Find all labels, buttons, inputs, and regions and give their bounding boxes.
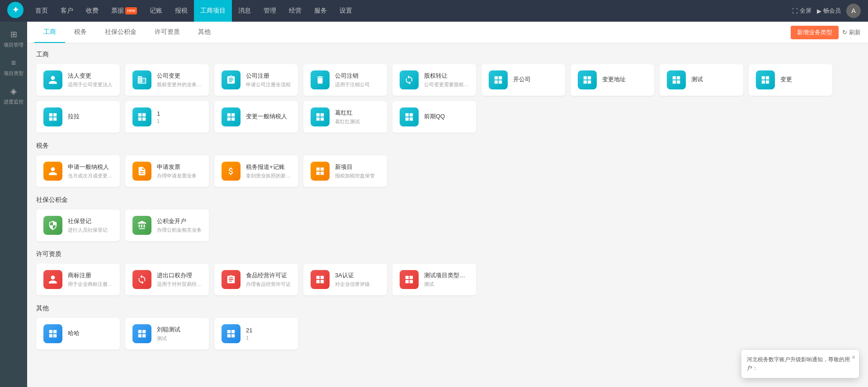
card-公积金开户[interactable]: 公积金开户办理公积金相关业务: [125, 210, 209, 241]
notification-popup: × 河北税务数字账户升级影响通知，尊敬的用户：: [741, 350, 859, 378]
card-测试[interactable]: 测试: [660, 64, 743, 96]
nav-item-首页[interactable]: 首页: [29, 0, 54, 22]
card-desc: 适用于公司变更法人: [68, 81, 113, 88]
card-食品经营许可证[interactable]: 食品经营许可证办理食品经营许可证: [214, 264, 298, 295]
tab-工商[interactable]: 工商: [34, 22, 65, 43]
card-icon: [43, 162, 62, 181]
card-新项目[interactable]: 新项目报税加税控盘保管: [303, 155, 387, 187]
card-1[interactable]: 11: [125, 101, 209, 133]
tab-许可资质[interactable]: 许可资质: [146, 22, 189, 43]
new-type-button[interactable]: 新增业务类型: [791, 26, 839, 39]
tab-社保公积金[interactable]: 社保公积金: [96, 22, 146, 43]
card-desc: 报税加税控盘保管: [335, 173, 380, 179]
card-开公司[interactable]: 开公司: [481, 64, 565, 96]
card-变更一般纳税人[interactable]: 变更一般纳税人: [214, 101, 298, 133]
card-name: 社保登记: [68, 217, 113, 225]
nav-item-记账[interactable]: 记账: [143, 0, 169, 22]
card-name: 测试项目类型自定义: [424, 271, 469, 280]
card-icon: [132, 324, 151, 343]
fullscreen-icon: ⛶: [792, 8, 798, 14]
refresh-button[interactable]: ↻ 刷新: [842, 28, 861, 37]
card-申请发票[interactable]: 申请发票办理申请发票业务: [125, 155, 209, 187]
card-text: 食品经营许可证办理食品经营许可证: [246, 271, 291, 288]
card-desc: 办理食品经营许可证: [246, 281, 291, 288]
card-21[interactable]: 211: [214, 318, 298, 350]
card-icon: [43, 324, 62, 343]
svg-text:✦: ✦: [12, 5, 19, 14]
sidebar-label: 项目类型: [4, 70, 24, 77]
nav-right: ⛶ 全屏 ▶ 畅会员 A: [792, 4, 861, 18]
card-变更[interactable]: 变更: [749, 64, 832, 96]
card-税务报道+记账[interactable]: 税务报道+记账拿到营业执照的新公司: [214, 155, 298, 187]
card-icon: [756, 70, 775, 89]
nav-item-设置[interactable]: 设置: [333, 0, 359, 22]
card-desc: 适用于对外贸易经营者: [157, 281, 202, 288]
card-icon: [43, 70, 62, 89]
card-name: 变更地址: [602, 75, 647, 84]
sidebar: ⊞项目管理≡项目类型◈进度监控: [0, 22, 27, 387]
card-公司变更[interactable]: 公司变更股权变更外的业务变更: [125, 64, 209, 96]
section-税务: 税务申请一般纳税人当月或次月成变更完成申请发票办理申请发票业务税务报道+记账拿到…: [36, 142, 859, 187]
card-3A认证[interactable]: 3A认证对企业信誉评级: [303, 264, 387, 295]
card-name: 刘聪测试: [157, 326, 202, 334]
tab-其他[interactable]: 其他: [189, 22, 220, 43]
card-社保登记[interactable]: 社保登记进行人员社保登记: [36, 210, 120, 241]
sidebar-item-进度监控[interactable]: ◈进度监控: [1, 82, 26, 109]
card-icon: [132, 107, 151, 126]
card-text: 申请一般纳税人当月或次月成变更完成: [68, 163, 113, 179]
card-name: 新项目: [335, 163, 380, 171]
card-申请一般纳税人[interactable]: 申请一般纳税人当月或次月成变更完成: [36, 155, 120, 187]
card-股权转让[interactable]: 股权转让公司变更需要股权转让: [392, 64, 476, 96]
card-刘聪测试[interactable]: 刘聪测试测试: [125, 318, 209, 350]
card-公司注销[interactable]: 公司注销适用于注销公司: [303, 64, 387, 96]
nav-item-报税[interactable]: 报税: [169, 0, 194, 22]
nav-item-票据[interactable]: 票据new: [105, 0, 143, 22]
card-进出口权办理[interactable]: 进出口权办理适用于对外贸易经营者: [125, 264, 209, 295]
card-name: 拉拉: [68, 112, 113, 121]
cards-grid: 商标注册用于企业商标注册服务进出口权办理适用于对外贸易经营者食品经营许可证办理食…: [36, 264, 859, 295]
card-icon: [400, 70, 419, 89]
member-button[interactable]: ▶ 畅会员: [817, 7, 841, 15]
nav-item-经营[interactable]: 经营: [283, 0, 308, 22]
card-前期QQ[interactable]: 前期QQ: [392, 101, 476, 133]
sidebar-item-项目类型[interactable]: ≡项目类型: [1, 54, 26, 80]
fullscreen-button[interactable]: ⛶ 全屏: [792, 7, 811, 15]
card-icon: [43, 216, 62, 235]
card-哈哈[interactable]: 哈哈: [36, 318, 120, 350]
card-测试项目类型自定义[interactable]: 测试项目类型自定义测试: [392, 264, 476, 295]
avatar[interactable]: A: [846, 4, 861, 18]
card-desc: 进行人员社保登记: [68, 227, 113, 233]
card-name: 申请一般纳税人: [68, 163, 113, 171]
card-name: 申请发票: [157, 163, 202, 171]
card-name: 股权转让: [424, 72, 469, 80]
card-desc: 拿到营业执照的新公司: [246, 173, 291, 179]
card-商标注册[interactable]: 商标注册用于企业商标注册服务: [36, 264, 120, 295]
sidebar-label: 项目管理: [4, 42, 24, 48]
card-name: 公司注册: [246, 72, 291, 80]
tab-税务[interactable]: 税务: [65, 22, 96, 43]
nav-item-消息[interactable]: 消息: [232, 0, 257, 22]
sidebar-item-项目管理[interactable]: ⊞项目管理: [1, 25, 26, 52]
main-content: 工商税务社保公积金许可资质其他 新增业务类型 ↻ 刷新 工商法人变更适用于公司变…: [27, 22, 868, 387]
nav-item-工商项目[interactable]: 工商项目: [194, 0, 232, 22]
refresh-icon: ↻: [842, 29, 847, 36]
notification-close-button[interactable]: ×: [852, 354, 855, 361]
card-text: 前期QQ: [424, 112, 469, 122]
logo: ✦: [7, 2, 25, 20]
card-变更地址[interactable]: 变更地址: [571, 64, 654, 96]
card-葛红红[interactable]: 葛红红葛红红测试: [303, 101, 387, 133]
card-拉拉[interactable]: 拉拉: [36, 101, 120, 133]
card-text: 变更: [780, 75, 825, 85]
nav-items: 首页客户收费票据new记账报税工商项目消息管理经营服务设置: [29, 0, 792, 22]
card-icon: [222, 270, 241, 289]
nav-item-管理[interactable]: 管理: [257, 0, 283, 22]
card-法人变更[interactable]: 法人变更适用于公司变更法人: [36, 64, 120, 96]
card-公司注册[interactable]: 公司注册申请公司注册全流程: [214, 64, 298, 96]
nav-item-收费[interactable]: 收费: [80, 0, 105, 22]
nav-item-客户[interactable]: 客户: [54, 0, 80, 22]
card-desc: 公司变更需要股权转让: [424, 81, 469, 88]
card-name: 开公司: [513, 75, 558, 84]
card-icon: [132, 70, 151, 89]
card-icon: [132, 270, 151, 289]
nav-item-服务[interactable]: 服务: [308, 0, 333, 22]
